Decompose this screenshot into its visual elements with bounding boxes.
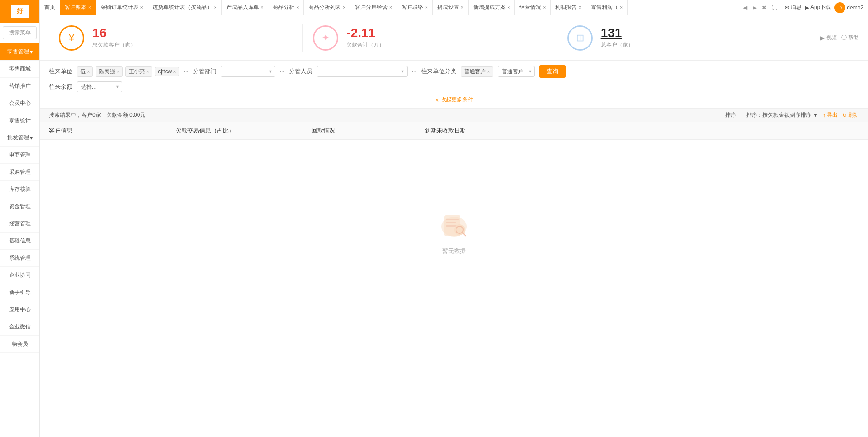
sidebar-item-wholesale[interactable]: 批发管理 ▾: [0, 129, 39, 147]
nav-tab-goods-analysis-list[interactable]: 商品分析列表×: [304, 0, 350, 15]
sidebar-item-member[interactable]: 会员中心: [0, 95, 39, 112]
manager-filter-label: 分管人员: [289, 67, 312, 76]
query-button[interactable]: 查询: [539, 65, 566, 78]
nav-tab-customer-segment[interactable]: 客户分层经营×: [350, 0, 397, 15]
dept-more-button[interactable]: ···: [280, 68, 284, 75]
unit-tag-close[interactable]: ×: [87, 69, 90, 74]
sidebar-item-finance[interactable]: 资金管理: [0, 198, 39, 215]
sidebar-item-wechat[interactable]: 企业微信: [0, 318, 39, 336]
nav-tab-close[interactable]: ×: [88, 5, 91, 10]
manager-more-button[interactable]: ···: [412, 68, 417, 75]
nav-collapse[interactable]: ✖: [759, 5, 769, 11]
sidebar-item-retail-stat[interactable]: 零售统计: [0, 112, 39, 129]
unit-tag[interactable]: 陈民强 ×: [96, 66, 122, 77]
empty-state: 暂无数据: [418, 188, 490, 273]
help-button[interactable]: ⓘ 帮助: [841, 34, 859, 42]
debt-total-label: 欠款合计（万）: [346, 41, 384, 49]
avatar: D: [834, 2, 845, 13]
stat-total-customers: ⊞ 131 总客户（家）: [557, 24, 811, 52]
sidebar-item-inventory[interactable]: 库存核算: [0, 181, 39, 198]
unit-tag-label: 王小亮: [129, 68, 145, 76]
nav-tab-new-commission[interactable]: 新增提成方案×: [469, 0, 515, 15]
nav-tab-close[interactable]: ×: [579, 5, 581, 10]
sidebar-item-enterprise[interactable]: 企业协同: [0, 267, 39, 284]
search-results-right: 排序： 排序：按欠款金额倒序排序 ▼ ↑ 导出 ↻ 刷新: [725, 111, 859, 119]
nav-tab-goods-analysis[interactable]: 商品分析×: [268, 0, 304, 15]
manager-select-wrap: [317, 66, 408, 77]
nav-tab-purchase-order[interactable]: 采购订单统计表×: [96, 0, 148, 15]
nav-tab-close[interactable]: ×: [140, 5, 143, 10]
logo-icon: 好: [11, 5, 29, 18]
unit-tag-close[interactable]: ×: [146, 69, 149, 74]
nav-tab-close[interactable]: ×: [214, 5, 217, 10]
sidebar-search-section: 搜索菜单: [0, 23, 39, 43]
sidebar-item-newbie[interactable]: 新手引导: [0, 284, 39, 301]
refresh-icon: ↻: [842, 112, 847, 119]
nav-tab-operation-status[interactable]: 经营情况×: [515, 0, 551, 15]
unit-tag[interactable]: cjttcw ×: [155, 67, 179, 76]
export-button[interactable]: ↑ 导出: [823, 111, 838, 119]
sidebar-item-retail[interactable]: 零售管理 ▾: [0, 43, 39, 61]
unit-category-tag[interactable]: 普通客户 ×: [461, 66, 493, 77]
empty-text: 暂无数据: [442, 247, 466, 255]
nav-tab-commission-settings[interactable]: 提成设置×: [433, 0, 469, 15]
sidebar-item-vip[interactable]: 畅会员: [0, 336, 39, 353]
nav-tab-close[interactable]: ×: [389, 5, 392, 10]
message-icon: ✉: [785, 5, 789, 11]
dept-select[interactable]: [221, 66, 275, 77]
message-button[interactable]: ✉ 消息: [785, 4, 801, 11]
stat-debt-total: ✦ -2.11 欠款合计（万）: [303, 24, 557, 52]
unit-tag[interactable]: 王小亮 ×: [125, 66, 152, 77]
nav-tab-close[interactable]: ×: [508, 5, 510, 10]
nav-tab-retail-profit[interactable]: 零售利润（×: [586, 0, 628, 15]
nav-tab-incoming-stat[interactable]: 进货单统计表（按商品）×: [148, 0, 222, 15]
sidebar-item-operation[interactable]: 经营管理: [0, 215, 39, 233]
app-icon: ▶: [805, 5, 809, 11]
unit-tag-close[interactable]: ×: [116, 69, 119, 74]
nav-tab-customer-contact[interactable]: 客户联络×: [397, 0, 433, 15]
nav-tab-home[interactable]: 首页: [40, 0, 60, 15]
sidebar-item-appCenter[interactable]: 应用中心: [0, 301, 39, 318]
app-download-button[interactable]: ▶ App下载: [805, 4, 831, 11]
video-button[interactable]: ▶ 视频: [820, 34, 837, 42]
unit-category-select[interactable]: 普通客户: [498, 66, 535, 77]
nav-expand[interactable]: ⛶: [769, 5, 780, 11]
balance-select[interactable]: 选择...: [77, 81, 122, 92]
nav-tab-close[interactable]: ×: [343, 5, 345, 10]
nav-scroll-right[interactable]: ▶: [750, 5, 759, 11]
sort-select[interactable]: 排序：按欠款金额倒序排序 ▼: [746, 111, 818, 119]
sidebar-item-basic[interactable]: 基础信息: [0, 233, 39, 250]
sidebar-item-ecommerce[interactable]: 电商管理: [0, 147, 39, 164]
nav-tab-close[interactable]: ×: [261, 5, 264, 10]
nav-tab-close[interactable]: ×: [543, 5, 546, 10]
nav-tab-close[interactable]: ×: [461, 5, 464, 10]
sidebar-item-purchase[interactable]: 采购管理: [0, 164, 39, 181]
sidebar-item-retail-mall[interactable]: 零售商城: [0, 61, 39, 78]
user-menu[interactable]: D demo2: [834, 2, 863, 13]
more-tags-button[interactable]: ···: [184, 68, 188, 75]
sidebar-arrow-icon: ▾: [30, 135, 33, 141]
sidebar-item-system[interactable]: 系统管理: [0, 250, 39, 267]
top-nav-bar: 首页客户账本×采购订单统计表×进货单统计表（按商品）×产成品入库单×商品分析×商…: [40, 0, 868, 15]
col-debt-info: 欠款交易信息（占比）: [176, 127, 312, 135]
filter-row-1: 往来单位 伍 ×陈民强 ×王小亮 ×cjttcw × ··· 分管部门 ··· …: [49, 65, 859, 78]
nav-scroll-left[interactable]: ◀: [740, 5, 750, 11]
nav-tab-accounts[interactable]: 客户账本×: [60, 0, 96, 15]
collapse-button[interactable]: ∧ 收起更多条件: [435, 96, 473, 104]
unit-category-tag-close[interactable]: ×: [487, 69, 490, 74]
nav-tab-production[interactable]: 产成品入库单×: [222, 0, 269, 15]
unit-tag[interactable]: 伍 ×: [77, 66, 93, 77]
nav-tab-profit-report[interactable]: 利润报告×: [551, 0, 586, 15]
search-menu-button[interactable]: 搜索菜单: [3, 26, 37, 39]
nav-tab-close[interactable]: ×: [620, 5, 623, 10]
nav-tab-close[interactable]: ×: [425, 5, 428, 10]
nav-tab-close[interactable]: ×: [296, 5, 299, 10]
manager-select[interactable]: [317, 66, 408, 77]
sidebar-item-marketing[interactable]: 营销推广: [0, 78, 39, 95]
nav-tab-label: 首页: [44, 4, 55, 11]
refresh-button[interactable]: ↻ 刷新: [842, 111, 859, 119]
debt-total-value: -2.11: [346, 27, 384, 39]
nav-tab-label: 商品分析: [273, 4, 294, 11]
unit-tag-close[interactable]: ×: [173, 69, 176, 74]
building-icon: ⊞: [567, 25, 593, 51]
